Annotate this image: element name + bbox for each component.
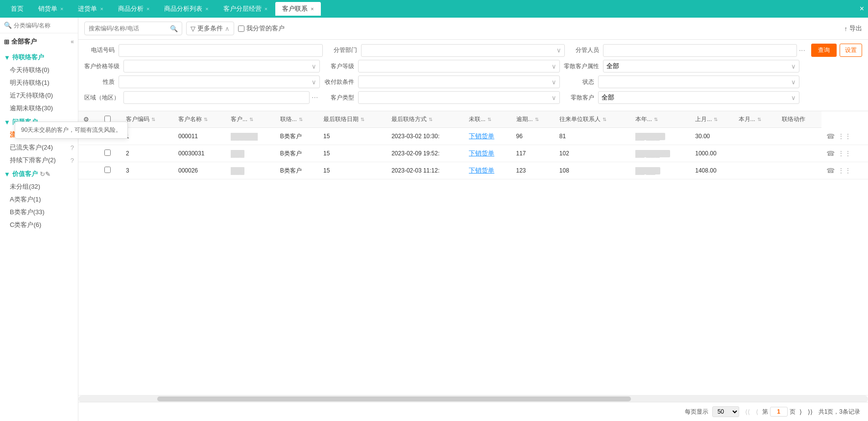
contact-method-link[interactable]: 下销货单 (469, 132, 494, 140)
filter-customer-level-select[interactable]: ∨ (358, 60, 559, 73)
per-page-select[interactable]: 50 100 200 (712, 406, 739, 417)
tab-product-list-close[interactable]: × (205, 6, 208, 12)
cell-method[interactable]: 下销货单 (464, 128, 511, 145)
scroll-thumb[interactable] (157, 396, 631, 401)
col-no-contact: 未联...⇅ (464, 111, 511, 128)
row-checkbox[interactable] (104, 149, 111, 156)
sort-icon-overdue[interactable]: ⇅ (535, 117, 539, 122)
sidebar-item-class-a[interactable]: A类客户(1) (0, 193, 78, 206)
sidebar-collapse-btn[interactable]: « (71, 38, 74, 45)
filter-dept-select[interactable]: ∨ (361, 44, 565, 57)
cell-name: ███ (226, 162, 275, 179)
sidebar-group-value[interactable]: ▼ 价值客户 ↻ ✎ (0, 167, 78, 180)
contact-method-link[interactable]: 下销货单 (469, 149, 494, 157)
cell-checkbox[interactable] (99, 145, 121, 162)
query-btn[interactable]: 查询 (811, 44, 837, 57)
sidebar-search-box[interactable]: 🔍 (0, 18, 78, 33)
export-label: 导出 (849, 24, 862, 33)
filter-region-select[interactable] (123, 91, 310, 104)
sort-icon-type[interactable]: ⇅ (249, 117, 253, 122)
sidebar-item-7day-pending[interactable]: 近7天待联络(0) (0, 89, 78, 102)
contact-method-link[interactable]: 下销货单 (469, 167, 494, 174)
sort-icon-code[interactable]: ⇅ (151, 117, 155, 122)
tab-sales-close[interactable]: × (60, 6, 63, 12)
sort-icon-this-year[interactable]: ⇅ (654, 117, 658, 122)
settings-btn[interactable]: 设置 (840, 44, 862, 57)
sort-icon-contact[interactable]: ⇅ (299, 117, 303, 122)
tab-purchase[interactable]: 进货单 × (71, 2, 110, 16)
sidebar-item-today-pending[interactable]: 今天待联络(0) (0, 64, 78, 76)
sidebar-group-pending[interactable]: ▼ 待联络客户 (0, 50, 78, 64)
contact-action-icon[interactable]: ☎ (826, 149, 835, 157)
sidebar-item-ungrouped[interactable]: 未分组(32) (0, 180, 78, 193)
tab-customer-segment-close[interactable]: × (265, 6, 267, 12)
sidebar-item-class-c[interactable]: C类客户(6) (0, 219, 78, 231)
more-action-icon[interactable]: ⋮⋮ (838, 132, 851, 140)
sort-icon-no-contact[interactable]: ⇅ (487, 117, 491, 122)
search-box[interactable]: 🔍 (84, 22, 182, 35)
filter-person-select[interactable] (603, 44, 796, 57)
refresh-icon[interactable]: ↻ (40, 171, 45, 178)
next-page-btn[interactable]: ⟩ (797, 407, 804, 417)
last-page-btn[interactable]: ⟩⟩ (806, 407, 815, 417)
sort-icon-last-month[interactable]: ⇅ (714, 117, 718, 122)
edit-icon[interactable]: ✎ (45, 171, 50, 178)
sidebar-search-input[interactable] (14, 22, 74, 29)
first-page-btn[interactable]: ⟨⟨ (743, 407, 752, 417)
sort-icon-person[interactable]: ⇅ (603, 117, 606, 122)
cell-method[interactable]: 下销货单 (464, 162, 511, 179)
tab-product-list[interactable]: 商品分析列表 × (157, 2, 215, 16)
filter-person-dots[interactable]: ··· (797, 46, 807, 55)
sidebar-item-declining[interactable]: 持续下滑客户(2) ? (0, 154, 78, 167)
search-submit-icon[interactable]: 🔍 (170, 25, 178, 32)
cell-name: ██████ (226, 128, 275, 145)
sort-icon-date[interactable]: ⇅ (361, 117, 364, 122)
row-checkbox[interactable] (104, 167, 111, 173)
filter-payment-select[interactable]: ∨ (358, 75, 559, 88)
contact-action-icon[interactable]: ☎ (826, 167, 835, 174)
page-input[interactable] (770, 407, 788, 417)
tab-customer-contact[interactable]: 客户联系 × (275, 2, 320, 16)
tab-purchase-close[interactable]: × (100, 6, 103, 12)
filter-status-select[interactable]: ∨ (598, 75, 799, 88)
tab-product-analysis[interactable]: 商品分析 × (111, 2, 156, 16)
filter-more-btn[interactable]: ▽ 更多条件 ∧ (186, 22, 234, 35)
sort-icon-this-month[interactable]: ⇅ (757, 117, 761, 122)
tab-sales[interactable]: 销货单 × (31, 2, 70, 16)
horizontal-scrollbar[interactable] (78, 395, 868, 402)
filter-nature-select[interactable]: ∨ (119, 75, 320, 88)
my-customers-check[interactable] (238, 25, 244, 32)
select-all-checkbox[interactable] (104, 116, 111, 122)
sidebar-item-overdue-contact[interactable]: 逾期未联络(30) (0, 102, 78, 115)
more-action-icon[interactable]: ⋮⋮ (838, 167, 851, 174)
cell-code: 000026 (173, 162, 226, 179)
sidebar-item-class-b[interactable]: B类客户(33) (0, 206, 78, 219)
cell-checkbox[interactable] (99, 162, 121, 179)
prev-page-btn[interactable]: ⟨ (754, 407, 760, 417)
export-icon: ↑ (844, 25, 848, 32)
filter-customer-type-select[interactable]: ∨ (358, 91, 559, 104)
more-action-icon[interactable]: ⋮⋮ (838, 149, 851, 157)
sidebar-item-churned[interactable]: 已流失客户(24) ? (0, 141, 78, 154)
export-btn[interactable]: ↑ 导出 (844, 24, 863, 33)
tab-home[interactable]: 首页 (4, 2, 30, 16)
filter-customer-type-label: 客户类型 (324, 94, 358, 102)
my-customers-checkbox[interactable]: 我分管的客户 (238, 24, 285, 33)
close-all-tabs[interactable]: × (860, 4, 864, 13)
sidebar-item-tomorrow-pending[interactable]: 明天待联络(1) (0, 76, 78, 89)
filter-price-level-select[interactable]: ∨ (123, 60, 320, 73)
sort-icon-method[interactable]: ⇅ (429, 117, 433, 122)
tab-customer-segment[interactable]: 客户分层经营 × (217, 2, 274, 16)
filter-region-dots[interactable]: ··· (310, 93, 320, 102)
tab-product-analysis-close[interactable]: × (146, 6, 149, 12)
sidebar-search-icon: 🔍 (4, 22, 12, 29)
contact-action-icon[interactable]: ☎ (826, 132, 835, 140)
filter-scatter-select[interactable]: 全部 ∨ (598, 91, 799, 104)
search-input[interactable] (89, 25, 170, 32)
filter-phone-input[interactable] (119, 44, 323, 57)
cell-method[interactable]: 下销货单 (464, 145, 511, 162)
filter-scatter-prop-select[interactable]: 全部 ∨ (603, 60, 799, 73)
sort-icon-name[interactable]: ⇅ (204, 117, 208, 122)
sidebar-all-customers[interactable]: ⊞ 全部客户 « (0, 33, 78, 50)
tab-customer-contact-close[interactable]: × (311, 6, 313, 12)
